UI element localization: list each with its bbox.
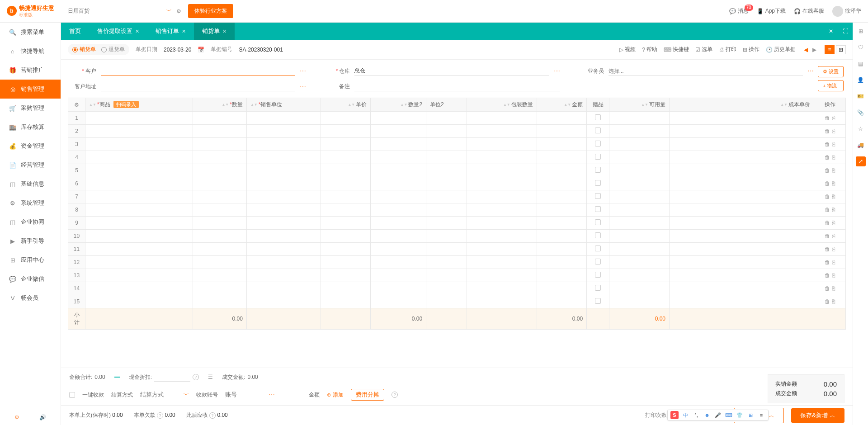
view-grid[interactable]: ⊞: [836, 45, 846, 54]
radio-return[interactable]: 退货单: [101, 46, 125, 53]
delete-icon[interactable]: 🗑: [825, 298, 830, 305]
copy-icon[interactable]: ⎘: [832, 259, 835, 265]
tab-price-setting[interactable]: 售价提取设置✕: [89, 23, 147, 40]
ime-toolbar[interactable]: S 中 °, ☻ 🎤 ⌨ 👕 ⊞ ≡: [667, 410, 769, 420]
more-icon[interactable]: ⋯: [554, 67, 560, 75]
tab-close-all[interactable]: ✕: [824, 28, 838, 34]
save-new-button[interactable]: 保存&新增 ︿: [791, 408, 844, 423]
tab-sales-order[interactable]: 销售订单✕: [147, 23, 194, 40]
experience-button[interactable]: 体验行业方案: [188, 4, 233, 18]
info-icon[interactable]: ?: [209, 412, 216, 419]
user-menu[interactable]: 徐泽华: [832, 6, 861, 17]
operate-button[interactable]: ⊞操作: [743, 46, 760, 53]
gift-checkbox[interactable]: [595, 246, 601, 251]
sidebar-item-purchase[interactable]: 🛒采购管理: [0, 99, 61, 118]
salesperson-input[interactable]: [609, 66, 803, 76]
sidebar-item-marketing[interactable]: 🎁营销推广: [0, 61, 61, 80]
info-icon[interactable]: ?: [392, 392, 398, 398]
message-button[interactable]: 💬 消息 70: [729, 7, 749, 15]
more-icon[interactable]: ⋯: [807, 67, 813, 75]
col-unit2[interactable]: 单位2: [426, 98, 467, 112]
delete-icon[interactable]: 🗑: [825, 154, 830, 161]
settle-method-select[interactable]: [140, 390, 176, 399]
tab-fullscreen[interactable]: ⛶: [838, 28, 853, 34]
gift-checkbox[interactable]: [595, 206, 601, 212]
cost-share-button[interactable]: 费用分摊: [351, 389, 384, 401]
logistics-button[interactable]: +物流: [818, 80, 844, 91]
gift-checkbox[interactable]: [595, 272, 601, 278]
rail-icon-2[interactable]: 🛡: [856, 42, 866, 52]
delete-icon[interactable]: 🗑: [825, 272, 830, 279]
col-gear[interactable]: ⚙: [68, 98, 85, 112]
chevron-down-icon[interactable]: ﹀: [184, 391, 189, 399]
table-row[interactable]: 7 🗑⎘: [68, 190, 846, 203]
sidebar-item-guide[interactable]: ▶新手引导: [0, 231, 61, 250]
gift-checkbox[interactable]: [595, 298, 601, 304]
col-pack-qty[interactable]: ▲▼包装数量: [467, 98, 537, 112]
gift-checkbox[interactable]: [595, 154, 601, 160]
rail-icon-expand[interactable]: ⤢: [856, 156, 866, 166]
copy-icon[interactable]: ⎘: [832, 141, 835, 147]
collapse-icon[interactable]: ⚙: [14, 414, 19, 420]
more-icon[interactable]: ⋯: [269, 391, 274, 398]
delete-icon[interactable]: 🗑: [825, 115, 830, 121]
rail-icon-4[interactable]: 👤: [856, 75, 866, 85]
customer-input[interactable]: [101, 66, 295, 76]
copy-icon[interactable]: ⎘: [832, 207, 835, 213]
table-row[interactable]: 13 🗑⎘: [68, 269, 846, 282]
radio-sales[interactable]: 销货单: [72, 46, 96, 53]
table-row[interactable]: 9 🗑⎘: [68, 217, 846, 230]
account-input[interactable]: [225, 390, 261, 399]
gear-icon[interactable]: ⚙: [176, 8, 181, 14]
delete-icon[interactable]: 🗑: [825, 285, 830, 292]
sidebar-item-collab[interactable]: ◫企业协同: [0, 212, 61, 231]
gift-checkbox[interactable]: [595, 167, 601, 173]
delete-icon[interactable]: 🗑: [825, 220, 830, 226]
cash-discount-input[interactable]: [154, 373, 190, 382]
sidebar-item-operation[interactable]: 📄经营管理: [0, 156, 61, 175]
table-row[interactable]: 6 🗑⎘: [68, 177, 846, 190]
copy-icon[interactable]: ⎘: [832, 220, 835, 226]
close-icon[interactable]: ✕: [135, 28, 139, 34]
table-row[interactable]: 3 🗑⎘: [68, 138, 846, 151]
gift-checkbox[interactable]: [595, 219, 601, 225]
delete-icon[interactable]: 🗑: [825, 141, 830, 147]
select-bill-button[interactable]: ☑选单: [695, 46, 712, 53]
sidebar-item-quicknav[interactable]: ⌂快捷导航: [0, 42, 61, 61]
history-button[interactable]: 🕑历史单据: [766, 46, 796, 53]
col-gift[interactable]: 赠品: [587, 98, 609, 112]
table-row[interactable]: 14 🗑⎘: [68, 282, 846, 295]
col-sale-unit[interactable]: ▲▼*销售单位: [246, 98, 321, 112]
rail-icon-8[interactable]: 🚚: [856, 140, 866, 150]
gift-checkbox[interactable]: [595, 259, 601, 264]
one-click-checkbox[interactable]: [69, 392, 75, 398]
next-arrow[interactable]: ▶: [811, 46, 818, 54]
sidebar-item-appcenter[interactable]: ⊞应用中心: [0, 250, 61, 269]
col-qty[interactable]: ▲▼*数量: [193, 98, 246, 112]
sidebar-item-finance[interactable]: 💰资金管理: [0, 137, 61, 156]
info-icon[interactable]: ?: [193, 374, 199, 380]
gift-checkbox[interactable]: [595, 193, 601, 199]
help-button[interactable]: ?帮助: [642, 46, 657, 53]
col-cost-price[interactable]: ▲▼成本单价: [670, 98, 814, 112]
copy-icon[interactable]: ⎘: [832, 285, 835, 292]
gift-checkbox[interactable]: [595, 128, 601, 133]
delete-icon[interactable]: 🗑: [825, 207, 830, 213]
close-icon[interactable]: ✕: [182, 28, 186, 34]
sidebar-item-basicinfo[interactable]: ◫基础信息: [0, 175, 61, 194]
sidebar-item-sales[interactable]: ◎销售管理: [0, 80, 61, 99]
more-icon[interactable]: ⋯: [300, 67, 306, 75]
online-service-button[interactable]: 🎧 在线客服: [794, 7, 824, 15]
table-row[interactable]: 15 🗑⎘: [68, 295, 846, 308]
table-row[interactable]: 1 🗑⎘: [68, 112, 846, 125]
tab-home[interactable]: 首页: [61, 23, 89, 40]
rail-icon-5[interactable]: 🎫: [856, 91, 866, 101]
view-list[interactable]: ≡: [825, 45, 835, 54]
col-price[interactable]: ▲▼单价: [321, 98, 370, 112]
gift-checkbox[interactable]: [595, 114, 601, 120]
print-button[interactable]: 🖨打印: [719, 46, 736, 53]
copy-icon[interactable]: ⎘: [832, 180, 835, 187]
video-button[interactable]: ▷视频: [619, 46, 636, 53]
rail-icon-3[interactable]: ▤: [856, 59, 866, 69]
copy-icon[interactable]: ⎘: [832, 233, 835, 239]
